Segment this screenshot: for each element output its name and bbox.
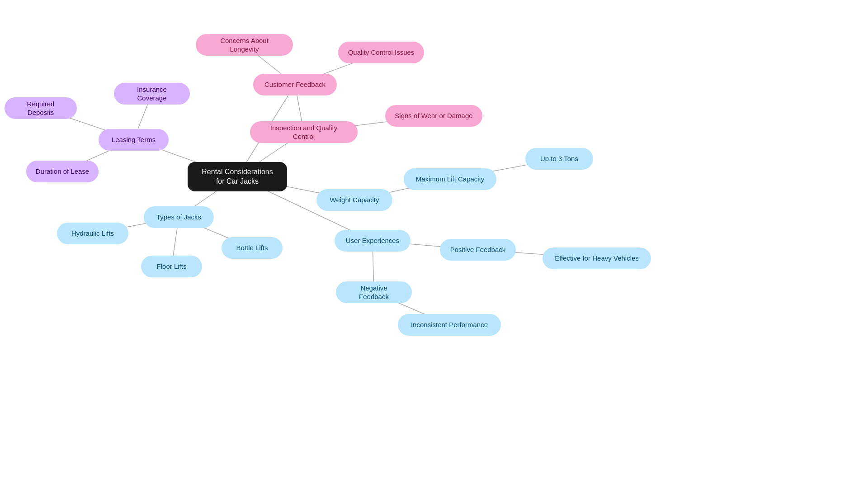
hydraulic-lifts-node: Hydraulic Lifts [57,223,128,244]
user-experiences-node: User Experiences [335,230,410,252]
customer-feedback-node: Customer Feedback [253,74,337,95]
quality-control-issues-node: Quality Control Issues [338,42,424,63]
positive-feedback-node: Positive Feedback [440,239,516,261]
center-node: Rental Considerations for Car Jacks [188,162,287,191]
signs-wear-node: Signs of Wear or Damage [385,105,482,127]
insurance-coverage-node: Insurance Coverage [114,83,190,105]
floor-lifts-node: Floor Lifts [141,256,202,277]
bottle-lifts-node: Bottle Lifts [222,237,283,259]
leasing-terms-node: Leasing Terms [99,129,169,151]
max-lift-node: Maximum Lift Capacity [404,168,496,190]
inspection-quality-node: Inspection and Quality Control [250,121,358,143]
types-of-jacks-node: Types of Jacks [144,206,214,228]
required-deposits-node: Required Deposits [5,97,77,119]
concerns-longevity-node: Concerns About Longevity [196,34,293,56]
duration-of-lease-node: Duration of Lease [26,161,99,182]
up-to-3-tons-node: Up to 3 Tons [525,148,593,170]
weight-capacity-node: Weight Capacity [316,189,392,211]
inconsistent-perf-node: Inconsistent Performance [398,314,501,336]
effective-heavy-node: Effective for Heavy Vehicles [542,247,651,269]
negative-feedback-node: Negative Feedback [336,281,412,303]
